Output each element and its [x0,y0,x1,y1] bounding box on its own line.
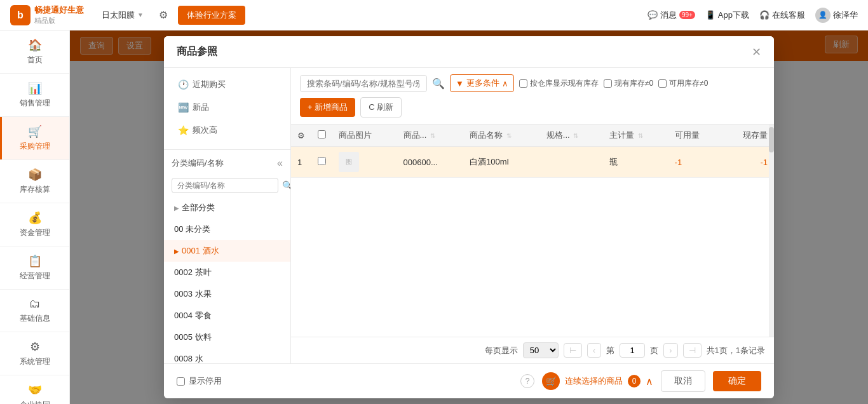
category-all[interactable]: ▶ 全部分类 [164,197,290,219]
modal-right-panel: 🔍 ▼ 更多条件 ∧ 按仓库显示现有库存 [291,68,774,363]
available-ne-checkbox[interactable] [658,79,667,88]
prev-page-button[interactable]: ‹ [587,343,601,358]
tab-new-label: 新品 [193,102,209,113]
th-unit[interactable]: 主计量 ⇅ [603,125,668,147]
th-available[interactable]: 可用量 [668,125,721,147]
category-search-row: 🔍 [164,174,290,197]
sidebar-item-enterprise[interactable]: 🤝 企业协同 [0,375,69,404]
app-download-label: App下载 [718,10,749,21]
sidebar-item-system[interactable]: ⚙ 系统管理 [0,332,69,375]
row-index: 1 [291,147,311,178]
tab-new-product[interactable]: 🆕 新品 [172,97,283,118]
warehouse-checkbox-text: 按仓库显示现有库存 [530,78,599,89]
row-checkbox[interactable] [318,157,326,165]
online-service-label: 在线客服 [772,10,805,21]
sidebar-item-home[interactable]: 🏠 首页 [0,30,69,74]
category-label-0008: 0008 水 [174,353,203,363]
available-ne-checkbox-label[interactable]: 可用库存≠0 [658,78,708,89]
username-label: 徐泽华 [833,10,858,21]
modal-footer: 显示停用 ? 🛒 连续选择的商品 0 ∧ 取消 确定 [164,363,774,398]
category-list: ▶ 全部分类 00 未分类 ▶ 0001 酒水 0002 茶 [164,197,290,363]
badge-plus: + [689,11,693,18]
add-product-button[interactable]: + 新增商品 [300,98,355,117]
experience-button[interactable]: 体验行业方案 [178,6,245,25]
online-service-button[interactable]: 🎧 在线客服 [759,10,805,21]
th-settings[interactable]: ⚙ [291,125,311,147]
cancel-button[interactable]: 取消 [661,370,705,392]
logo-text: 畅捷通好生意 精品版 [34,4,84,25]
warehouse-checkbox[interactable] [519,79,527,88]
table-row[interactable]: 1 图 000600... 白酒100ml 瓶 [291,147,774,178]
scrollbar-track[interactable] [769,125,774,337]
sidebar-item-sales[interactable]: 📊 销售管理 [0,74,69,117]
filter-button[interactable]: ▼ 更多条件 ∧ [450,74,514,92]
product-search-input[interactable] [300,75,427,92]
tab-recent-purchase[interactable]: 🕐 近期购买 [172,74,283,95]
category-0005[interactable]: 0005 饮料 [164,327,290,348]
sort-code-icon: ⇅ [430,132,435,139]
category-label-0002: 0002 茶叶 [174,267,212,278]
message-icon: 💬 [648,10,658,20]
stock-ne-checkbox-label[interactable]: 现有库存≠0 [604,78,653,89]
sidebar-label-enterprise: 企业协同 [20,400,50,404]
app-download-button[interactable]: 📱 App下载 [705,10,749,21]
logo-icon: b [10,5,31,25]
cart-collapse-icon[interactable]: ∧ [646,375,653,387]
next-page-button[interactable]: › [663,343,677,358]
tab-frequent[interactable]: ⭐ 频次高 [172,120,283,140]
row-unit-cell: 瓶 [603,147,668,178]
sales-icon: 📊 [28,81,42,95]
first-page-button[interactable]: ⊢ [564,343,582,358]
page-input[interactable] [620,343,645,358]
help-icon[interactable]: ? [520,374,534,388]
last-page-button[interactable]: ⊣ [683,343,702,358]
category-00[interactable]: 00 未分类 [164,219,290,240]
show-disabled-checkbox[interactable] [177,377,185,386]
sidebar-item-inventory[interactable]: 📦 库存核算 [0,160,69,203]
per-page-select[interactable]: 50 100 200 [523,342,559,358]
sidebar-label-finance: 资金管理 [20,227,50,238]
th-code[interactable]: 商品... ⇅ [397,125,464,147]
scrollbar-thumb[interactable] [769,127,774,152]
select-all-checkbox[interactable] [318,130,326,138]
frequent-icon: ⭐ [178,125,189,135]
product-table-wrapper: ⚙ 商品图片 商品... ⇅ 商品名称 [291,125,774,337]
category-label-all: 全部分类 [182,202,215,213]
category-0003[interactable]: 0003 水果 [164,283,290,305]
category-search-icon[interactable]: 🔍 [282,180,291,191]
row-checkbox-cell[interactable] [311,147,332,178]
warehouse-checkbox-label[interactable]: 按仓库显示现有库存 [519,78,599,89]
left-collapse-button[interactable]: « [277,158,283,169]
sidebar-item-finance[interactable]: 💰 资金管理 [0,203,69,246]
settings-icon[interactable]: ⚙ [156,6,170,24]
confirm-button[interactable]: 确定 [713,371,761,391]
category-0002[interactable]: 0002 茶叶 [164,262,290,283]
enterprise-icon: 🤝 [28,383,42,397]
sidebar-item-purchase[interactable]: 🛒 采购管理 [0,117,69,160]
category-0004[interactable]: 0004 零食 [164,305,290,327]
col-name-label: 商品名称 [470,130,503,140]
message-label: 消息 [660,10,677,21]
th-name[interactable]: 商品名称 ⇅ [463,125,540,147]
store-selector[interactable]: 日太阳膜 ▼ [97,7,149,24]
category-label-0003: 0003 水果 [174,288,212,300]
user-menu[interactable]: 👤 徐泽华 [815,8,858,23]
stock-ne-checkbox[interactable] [604,79,612,88]
category-0008[interactable]: 0008 水 [164,348,290,363]
sidebar-item-operation[interactable]: 📋 经营管理 [0,246,69,290]
refresh-button[interactable]: C 刷新 [360,97,402,118]
category-0001[interactable]: ▶ 0001 酒水 [164,240,290,262]
show-disabled-checkbox-label[interactable]: 显示停用 [177,375,222,387]
row-stock-cell: -1 [721,147,774,178]
message-button[interactable]: 💬 消息 99+ [648,10,695,21]
product-search-icon[interactable]: 🔍 [432,77,445,90]
category-search-input[interactable] [172,178,278,193]
th-spec[interactable]: 规格... ⇅ [540,125,603,147]
th-checkbox[interactable] [311,125,332,147]
cart-icon[interactable]: 🛒 [542,372,560,390]
sidebar-item-basic[interactable]: 🗂 基础信息 [0,290,69,332]
divider [164,149,290,150]
th-stock[interactable]: 现存量 [721,125,774,147]
col-code-label: 商品... [403,130,427,140]
modal-close-button[interactable]: ✕ [752,46,761,58]
